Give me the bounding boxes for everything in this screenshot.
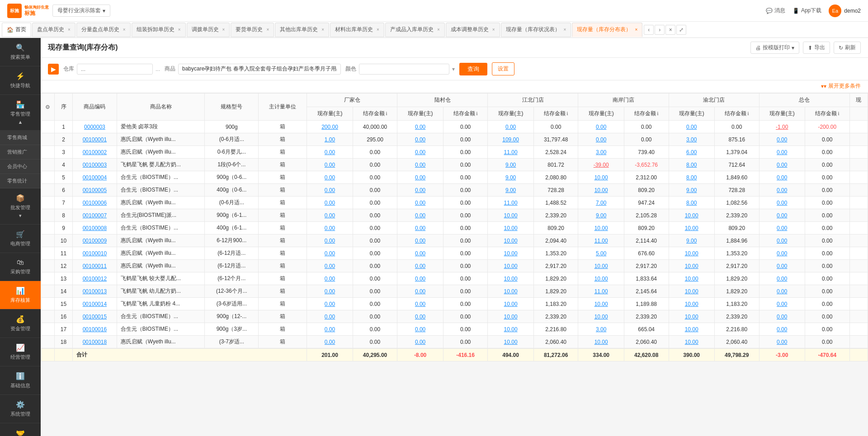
td-code[interactable]: 00100014 — [73, 298, 117, 310]
td-jiangbei-qty[interactable]: 10.00 — [488, 234, 533, 247]
td-zong-qty[interactable]: 0.00 — [759, 234, 805, 247]
app-download-btn[interactable]: 📱 App下载 — [793, 7, 821, 14]
sidebar-item-wholesale[interactable]: 📦 批发管理 ▾ — [0, 188, 41, 225]
td-jiangbei-qty[interactable]: 10.00 — [488, 247, 533, 260]
td-changjia-qty[interactable]: 0.00 — [307, 234, 353, 247]
tab-stock-status[interactable]: 现存量（库存状况表） × — [501, 23, 571, 37]
td-code[interactable]: 00100016 — [73, 323, 117, 336]
td-lucun-qty[interactable]: 0.00 — [397, 234, 443, 247]
td-lucun-qty[interactable]: 0.00 — [397, 209, 443, 222]
td-changjia-qty[interactable]: 0.00 — [307, 146, 353, 159]
sidebar-item-system[interactable]: ⚙️ 系统管理 — [0, 395, 41, 423]
td-lucun-qty[interactable]: 0.00 — [397, 159, 443, 171]
close-stock-status-icon[interactable]: × — [564, 27, 566, 32]
td-lucun-qty[interactable]: 0.00 — [397, 146, 443, 159]
td-code[interactable]: 00100013 — [73, 285, 117, 298]
td-code[interactable]: 00100009 — [73, 234, 117, 247]
td-changjia-qty[interactable]: 0.00 — [307, 247, 353, 260]
td-code[interactable]: 00100002 — [73, 146, 117, 159]
td-changjia-qty[interactable]: 0.00 — [307, 159, 353, 171]
user-area[interactable]: Ea demo2 — [829, 5, 861, 17]
td-changjia-qty[interactable]: 1.00 — [307, 133, 353, 146]
close-stocktake-icon[interactable]: × — [68, 27, 71, 32]
td-jiangbei-qty[interactable]: 11.00 — [488, 197, 533, 209]
sidebar-item-retail[interactable]: 🏪 零售管理 ▲ — [0, 95, 41, 131]
td-zong-qty[interactable]: 0.00 — [759, 310, 805, 323]
td-lucun-qty[interactable]: 0.00 — [397, 272, 443, 285]
td-nanan-qty[interactable]: 10.00 — [578, 272, 624, 285]
td-code[interactable]: 00100007 — [73, 209, 117, 222]
td-nanan-qty[interactable]: 10.00 — [578, 298, 624, 310]
td-yubei-qty[interactable]: 10.00 — [669, 298, 714, 310]
td-changjia-qty[interactable]: 0.00 — [307, 197, 353, 209]
td-code[interactable]: 00100008 — [73, 222, 117, 234]
sidebar-item-purchase[interactable]: 🛍 采购管理 — [0, 253, 41, 281]
td-zong-qty[interactable]: 0.00 — [759, 222, 805, 234]
td-yubei-qty[interactable]: 10.00 — [669, 323, 714, 336]
td-nanan-qty[interactable]: 3.00 — [578, 146, 624, 159]
td-yubei-qty[interactable]: 10.00 — [669, 310, 714, 323]
td-zong-qty[interactable]: 0.00 — [759, 323, 805, 336]
td-changjia-qty[interactable]: 0.00 — [307, 171, 353, 184]
td-lucun-qty[interactable]: 0.00 — [397, 260, 443, 272]
td-nanan-qty[interactable]: 11.00 — [578, 234, 624, 247]
td-code[interactable]: 00100001 — [73, 133, 117, 146]
yubei-amt-info[interactable]: ℹ — [747, 111, 749, 116]
close-all-tabs-btn[interactable]: × — [665, 25, 675, 35]
sidebar-item-search[interactable]: 🔍 搜索英单 — [0, 38, 41, 66]
gear-icon[interactable]: ⚙ — [45, 104, 50, 110]
td-yubei-qty[interactable]: 10.00 — [669, 222, 714, 234]
td-zong-qty[interactable]: 0.00 — [759, 298, 805, 310]
th-gear[interactable]: ⚙ — [41, 94, 55, 121]
td-yubei-qty[interactable]: 10.00 — [669, 260, 714, 272]
td-nanan-qty[interactable]: 9.00 — [578, 209, 624, 222]
username[interactable]: demo2 — [844, 8, 861, 14]
sidebar-item-shop[interactable]: 零售商城 — [0, 131, 41, 145]
td-nanan-qty[interactable]: 3.00 — [578, 323, 624, 336]
td-jiangbei-qty[interactable]: 10.00 — [488, 209, 533, 222]
td-yubei-qty[interactable]: 8.00 — [669, 197, 714, 209]
td-nanan-qty[interactable]: 0.00 — [578, 133, 624, 146]
tab-request[interactable]: 要货单历史 × — [231, 23, 274, 37]
nanan-amt-info[interactable]: ℹ — [657, 111, 659, 116]
search-btn[interactable]: 查询 — [459, 63, 487, 75]
td-nanan-qty[interactable]: -39.00 — [578, 159, 624, 171]
td-code[interactable]: 0000003 — [73, 121, 117, 133]
close-stock-dist-icon[interactable]: × — [635, 27, 637, 32]
td-yubei-qty[interactable]: 10.00 — [669, 285, 714, 298]
td-nanan-qty[interactable]: 10.00 — [578, 310, 624, 323]
td-jiangbei-qty[interactable]: 10.00 — [488, 323, 533, 336]
td-jiangbei-qty[interactable]: 10.00 — [488, 336, 533, 349]
td-code[interactable]: 00100011 — [73, 260, 117, 272]
td-lucun-qty[interactable]: 0.00 — [397, 197, 443, 209]
td-yubei-qty[interactable]: 10.00 — [669, 247, 714, 260]
tab-outstock[interactable]: 其他出库单历史 × — [275, 23, 329, 37]
td-yubei-qty[interactable]: 10.00 — [669, 209, 714, 222]
td-nanan-qty[interactable]: 0.00 — [578, 121, 624, 133]
expand-tabs-btn[interactable]: ⤢ — [676, 25, 686, 35]
close-product-icon[interactable]: × — [437, 27, 440, 32]
td-nanan-qty[interactable]: 7.00 — [578, 197, 624, 209]
td-lucun-qty[interactable]: 0.00 — [397, 222, 443, 234]
td-changjia-qty[interactable]: 0.00 — [307, 209, 353, 222]
td-nanan-qty[interactable]: 10.00 — [578, 222, 624, 234]
td-yubei-qty[interactable]: 10.00 — [669, 272, 714, 285]
close-request-icon[interactable]: × — [266, 27, 269, 32]
td-code[interactable]: 00100003 — [73, 159, 117, 171]
td-zong-qty[interactable]: 0.00 — [759, 247, 805, 260]
td-changjia-qty[interactable]: 200.00 — [307, 121, 353, 133]
td-zong-qty[interactable]: 0.00 — [759, 197, 805, 209]
close-transfer-icon[interactable]: × — [222, 27, 225, 32]
color-input[interactable] — [359, 64, 449, 75]
td-nanan-qty[interactable]: 10.00 — [578, 260, 624, 272]
td-changjia-qty[interactable]: 0.00 — [307, 272, 353, 285]
table-area[interactable]: ⚙ 序 商品编码 商品名称 规格型号 主计量单位 厂家仓 陆村仓 江北门店 南岸… — [41, 93, 868, 436]
tab-cost[interactable]: 成本调整单历史 × — [446, 23, 500, 37]
industry-selector[interactable]: 母婴行业演示陈套 ▾ — [52, 5, 110, 17]
sidebar-item-inventory[interactable]: 📊 库存核算 — [0, 281, 41, 309]
td-changjia-qty[interactable]: 0.00 — [307, 298, 353, 310]
td-changjia-qty[interactable]: 0.00 — [307, 323, 353, 336]
nav-next-arrow[interactable]: › — [655, 25, 665, 35]
td-jiangbei-qty[interactable]: 9.00 — [488, 171, 533, 184]
sidebar-item-operations[interactable]: 📈 经营管理 — [0, 338, 41, 366]
